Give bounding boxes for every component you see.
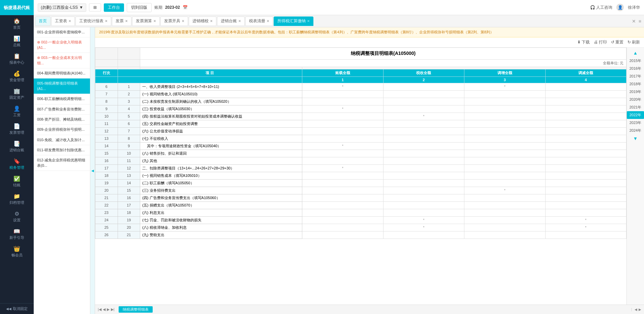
tab-salary-stat-close[interactable]: ✕	[105, 19, 108, 23]
left-panel-item-003[interactable]: ⊗ 003-一般企业成本支出明细...	[34, 53, 90, 68]
print-button[interactable]: 🖨 打印	[594, 39, 607, 45]
cell-c1[interactable]	[302, 224, 383, 231]
cell-c1[interactable]	[302, 127, 383, 135]
sidebar-item-archive[interactable]: 📁 归档管理	[0, 190, 34, 208]
year-2015[interactable]: 2015年	[627, 57, 644, 65]
left-panel-item-007[interactable]: 007-广告费和业务宣传费附...	[34, 104, 90, 115]
cell-item[interactable]: (一) 视同销售成本（填写A105010）	[140, 172, 302, 179]
calendar-icon[interactable]: 📅	[183, 5, 188, 10]
table-row[interactable]: 19 14 (二) 职工薪酬（填写A105050）	[95, 179, 626, 187]
year-2024[interactable]: 2024年	[627, 127, 644, 134]
sheet-nav-last[interactable]: ▶|	[111, 307, 115, 312]
tab-tax-list[interactable]: 税表清册 ✕	[245, 17, 273, 26]
cell-c2[interactable]: *	[383, 216, 464, 224]
cell-c2[interactable]	[383, 105, 464, 113]
cell-c4[interactable]	[545, 98, 626, 105]
cell-c3[interactable]	[464, 98, 545, 105]
cell-item[interactable]: (五) 交易性金融资产初始投资调整	[140, 120, 302, 127]
cell-c4[interactable]	[545, 172, 626, 179]
year-2021[interactable]: 2021年	[627, 103, 644, 111]
cell-c1[interactable]	[302, 231, 383, 239]
cell-c1[interactable]	[302, 187, 383, 194]
year-2022[interactable]: 2022年	[627, 111, 644, 119]
cell-c4[interactable]	[545, 90, 626, 98]
cell-c4[interactable]	[545, 142, 626, 150]
cell-c2[interactable]	[383, 209, 464, 216]
table-row[interactable]: 17 12 二、扣除类调整项目（13+14+...24+26+27+28+29+…	[95, 164, 626, 172]
refresh-button[interactable]: ↻ 刷新	[627, 39, 640, 45]
tab-purchase-ledger[interactable]: 进销台账 ✕	[217, 17, 245, 26]
sidebar-item-sales-ledger[interactable]: 📑 进销台账	[0, 138, 34, 155]
table-row[interactable]: 15 10 (八) 销售折扣、折让和退回	[95, 150, 626, 157]
cell-c2[interactable]	[383, 90, 464, 98]
tab-invoice-issue[interactable]: 发票开具 ✕	[160, 17, 188, 26]
left-panel-item-009[interactable]: 009-企业所得税弥补亏损明...	[34, 125, 90, 135]
cell-c2[interactable]	[383, 194, 464, 201]
table-row[interactable]: 22 17 (五) 捐赠支出（填写A105070）	[95, 201, 626, 209]
table-row[interactable]: 21 16 (四) 广告费和业务宣传费支出（填写A105060）	[95, 194, 626, 201]
table-row[interactable]: 13 8 (七) 不征税收入	[95, 135, 626, 142]
table-row[interactable]: 6 1 一、收入类调整项目 (2+3+4+5+6+7+8+10+11) * *	[95, 83, 626, 90]
tab-invoice-calc[interactable]: 发票测算 ✕	[132, 17, 160, 26]
table-row[interactable]: 14 9 其中：专项用途财政性资金（填写A105040） *	[95, 142, 626, 150]
sidebar-item-fixed-asset[interactable]: 🏢 固定资产	[0, 85, 34, 103]
cell-c2[interactable]	[383, 83, 464, 90]
copy-button[interactable]: ⊞	[89, 3, 101, 11]
cell-c2[interactable]	[383, 127, 464, 135]
cell-item[interactable]: (一) 视同销售收入 (填写A105010)	[140, 90, 302, 98]
tabs-close-all[interactable]: ✕	[632, 19, 636, 24]
cell-c4[interactable]	[545, 150, 626, 157]
cell-c3[interactable]	[464, 201, 545, 209]
tab-purchase-ledger-close[interactable]: ✕	[238, 19, 241, 23]
tab-home[interactable]: 首页	[35, 17, 51, 26]
cell-c4[interactable]	[545, 179, 626, 187]
cell-c1[interactable]	[302, 135, 383, 142]
cell-c4[interactable]: *	[545, 216, 626, 224]
tab-salary[interactable]: 工资表 ✕	[51, 17, 75, 26]
scroll-right[interactable]: ▶	[639, 308, 641, 311]
company-selector[interactable]: (勿删) 江西股金-LSS ▼	[38, 3, 86, 12]
tab-salary-close[interactable]: ✕	[68, 19, 71, 23]
table-row[interactable]: 20 15 (三) 业务招待费支出 *	[95, 187, 626, 194]
cell-c1[interactable]	[302, 216, 383, 224]
year-2016[interactable]: 2016年	[627, 65, 644, 72]
cell-c4[interactable]	[545, 231, 626, 239]
cell-c3[interactable]	[464, 209, 545, 216]
sheet-nav-first[interactable]: |◀	[98, 307, 101, 312]
cell-c3[interactable]: *	[464, 187, 545, 194]
table-row[interactable]: 12 7 (六) 公允价值变动净损益	[95, 127, 626, 135]
cell-c1[interactable]	[302, 201, 383, 209]
year-2023[interactable]: 2023年	[627, 119, 644, 127]
scroll-left[interactable]: ◀	[635, 308, 637, 311]
year-2019[interactable]: 2019年	[627, 88, 644, 96]
cell-c1[interactable]	[302, 209, 383, 216]
table-row[interactable]: 8 3 (二) 未按权责发生制原则确认的收入（填写A105020）	[95, 98, 626, 105]
cell-c4[interactable]	[545, 209, 626, 216]
tabs-menu[interactable]: ≡	[639, 19, 641, 24]
cell-c2[interactable]	[383, 142, 464, 150]
sheet-nav-next[interactable]: ▶	[107, 307, 110, 312]
cell-c3[interactable]	[464, 113, 545, 120]
table-row[interactable]: 24 19 (七) 罚金、罚款和被没收财物的损失 * *	[95, 216, 626, 224]
workbench-button[interactable]: 工作台	[104, 3, 124, 12]
cell-c2[interactable]	[383, 187, 464, 194]
cell-c2[interactable]	[383, 157, 464, 164]
sheet-nav-prev[interactable]: ◀	[103, 307, 105, 312]
cell-c4[interactable]	[545, 83, 626, 90]
cell-c3[interactable]	[464, 105, 545, 113]
year-2018[interactable]: 2018年	[627, 80, 644, 88]
sidebar-item-salary[interactable]: 👤 工资	[0, 103, 34, 120]
left-panel-item-012[interactable]: 012-减免企业所得税优惠明细表(0...	[34, 155, 90, 171]
sidebar-item-fund[interactable]: 💰 资金管理	[0, 68, 34, 85]
year-2017[interactable]: 2017年	[627, 72, 644, 80]
cell-c2[interactable]	[383, 135, 464, 142]
table-row[interactable]: 10 5 (四) 按权益法核算长期股权投资对初始投资成本调整确认收益 *	[95, 113, 626, 120]
tab-invoice-close[interactable]: ✕	[125, 19, 128, 23]
cell-c2[interactable]	[383, 201, 464, 209]
cell-item[interactable]: (六) 公允价值变动净损益	[140, 127, 302, 135]
cell-c1[interactable]	[302, 172, 383, 179]
cell-item[interactable]: (三) 业务招待费支出	[140, 187, 302, 194]
cell-c2[interactable]	[383, 98, 464, 105]
sidebar-item-home[interactable]: 🏠 首页	[0, 15, 34, 33]
sidebar-item-guide[interactable]: 📖 新手引导	[0, 225, 34, 243]
